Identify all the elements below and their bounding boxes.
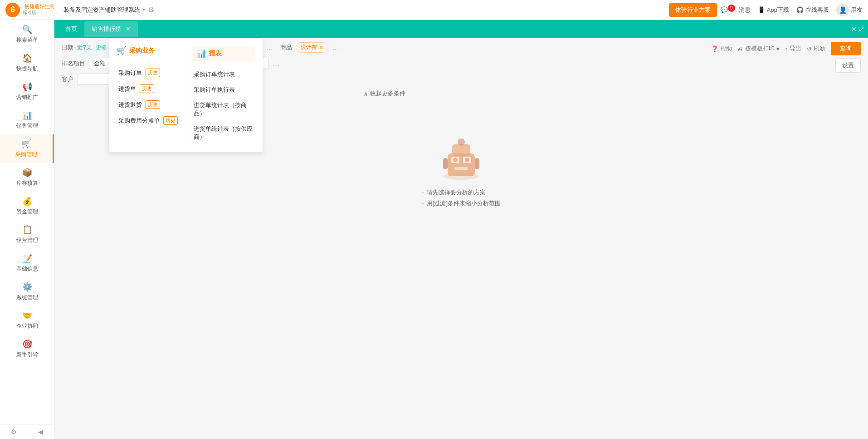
guide-icon: 🎯 (22, 339, 32, 349)
inventory-icon: 📦 (22, 168, 32, 178)
sidebar-label-guide: 新手引导 (16, 351, 38, 359)
notification-badge: 9 (728, 5, 735, 12)
sidebar-item-marketing[interactable]: 📢 营销推广 (0, 77, 54, 106)
dropdown-item-order-exec[interactable]: 采购订单执行表 (192, 82, 256, 98)
purchase-dropdown-overlay: 🛒 采购业务 采购订单 历史 进货单 历史 (109, 38, 263, 153)
help-btn[interactable]: ❓ 帮助 (711, 44, 732, 53)
dropdown-item-order-stats[interactable]: 采购订单统计表 (192, 67, 256, 82)
settings-button[interactable]: 设置 (835, 58, 861, 73)
empty-hints: 请先选择要分析的方案 用[过滤]条件来缩小分析范围 (422, 188, 501, 210)
dropdown-item-return[interactable]: 进货退货 历史 (117, 97, 180, 113)
empty-hint-1: 请先选择要分析的方案 (422, 188, 501, 197)
search-icon: 🔍 (22, 25, 32, 35)
logo-area: 6 畅捷通好生意 标准版 (5, 3, 60, 17)
sidebar-item-sales[interactable]: 📊 销售管理 (0, 106, 54, 134)
svg-rect-5 (443, 158, 448, 169)
print-dropdown-icon[interactable]: ▾ (776, 45, 780, 52)
goods-tag-close-icon[interactable]: ✕ (319, 44, 323, 51)
sidebar: 🔍 搜索菜单 🏠 快捷导航 📢 营销推广 📊 销售管理 🛒 采购管理 📦 (0, 20, 54, 439)
finance-icon: 💰 (22, 196, 32, 206)
collapse-chevron-icon: ∧ (364, 90, 368, 97)
content-area: 首页 销售排行榜 ✕ ✕ ⤢ (54, 20, 868, 439)
sidebar-label-cooperation: 企业协同 (16, 322, 38, 330)
user-item[interactable]: 👤 用友 (836, 4, 863, 16)
print-label: 按模板打印 (745, 44, 775, 53)
online-service-item[interactable]: 🎧 在线客服 (796, 6, 829, 14)
svg-rect-1 (448, 153, 475, 176)
date-more[interactable]: 更多 (96, 44, 107, 52)
notification-item[interactable]: 💬 9 消息 (721, 6, 751, 14)
incoming-label: 进货单 (118, 85, 136, 93)
empty-svg (434, 128, 488, 183)
purchase-section-icon: 🛒 (117, 46, 127, 56)
print-btn[interactable]: 🖨 按模板打印 ▾ (737, 44, 780, 53)
dropdown-item-incoming[interactable]: 进货单 历史 (117, 81, 180, 97)
history-badge-return[interactable]: 历史 (146, 100, 160, 109)
reports-section: 📊 报表 采购订单统计表 采购订单执行表 进货单统 (192, 46, 256, 145)
sales-icon: 📊 (22, 110, 32, 120)
export-label: 导出 (790, 44, 801, 53)
refresh-icon: ↺ (807, 45, 812, 52)
notification-label: 消息 (739, 6, 751, 14)
order-status-dots[interactable]: … (266, 44, 273, 52)
history-badge-purchase-order[interactable]: 历史 (146, 69, 160, 77)
sidebar-item-finance[interactable]: 💰 资金管理 (0, 192, 54, 220)
sidebar-label-purchase: 采购管理 (15, 151, 37, 158)
dropdown-item-incoming-stats-supplier[interactable]: 进货单统计表（按供应商） (192, 121, 256, 145)
sidebar-item-guide[interactable]: 🎯 新手引导 (0, 335, 54, 363)
svg-point-7 (453, 158, 458, 162)
sidebar-item-inventory[interactable]: 📦 库存核算 (0, 163, 54, 192)
sidebar-item-operations[interactable]: 📋 经营管理 (0, 220, 54, 249)
empty-hint-2: 用[过滤]条件来缩小分析范围 (422, 199, 501, 207)
settings-bottom-icon[interactable]: ⚙ (11, 428, 17, 435)
tab-maximize-icon[interactable]: ⤢ (858, 25, 864, 34)
print-icon: 🖨 (737, 45, 743, 52)
history-badge-expense[interactable]: 历史 (163, 116, 178, 125)
collapse-sidebar-icon[interactable]: ◀ (38, 428, 43, 435)
goods-tag-label: 设计费 (301, 44, 317, 51)
system-title-area: 装备及固定资产辅助管理系统 ▾ ⚙ (63, 5, 665, 14)
sidebar-label-sales: 销售管理 (16, 122, 38, 130)
tab-close-icon[interactable]: ✕ (126, 25, 131, 32)
export-btn[interactable]: ↑ 导出 (785, 44, 802, 53)
rank-label: 排名项目 (62, 59, 85, 68)
refresh-btn[interactable]: ↺ 刷新 (807, 44, 825, 53)
customer-label: 客户 (62, 75, 73, 84)
empty-illustration (434, 128, 488, 183)
dropdown-item-expense[interactable]: 采购费用分摊单 历史 (117, 113, 180, 128)
query-button[interactable]: 查询 (831, 42, 861, 55)
gear-icon[interactable]: ⚙ (148, 5, 154, 14)
tab-close-window-icon[interactable]: ✕ (851, 25, 857, 34)
system-dropdown-arrow[interactable]: ▾ (143, 7, 145, 12)
dropdown-sections: 🛒 采购业务 采购订单 历史 进货单 历史 (117, 46, 255, 145)
sidebar-item-system[interactable]: ⚙️ 系统管理 (0, 277, 54, 306)
salesperson-dots[interactable]: … (273, 59, 280, 68)
phone-icon: 📱 (758, 6, 765, 13)
sidebar-item-purchase[interactable]: 🛒 采购管理 (0, 134, 54, 163)
sidebar-item-quick-nav[interactable]: 🏠 快捷导航 (0, 49, 54, 77)
sidebar-item-search[interactable]: 🔍 搜索菜单 (0, 20, 54, 49)
headset-icon: 🎧 (796, 6, 804, 13)
tab-home[interactable]: 首页 (58, 21, 84, 37)
industry-button[interactable]: 体验行业方案 (669, 3, 717, 17)
goods-dots[interactable]: … (332, 44, 339, 52)
history-badge-incoming[interactable]: 历史 (140, 84, 154, 93)
svg-point-8 (465, 158, 469, 162)
hint2-text: 用[过滤]条件来缩小分析范围 (427, 199, 501, 207)
sidebar-item-basic-info[interactable]: 📝 基础信息 (0, 249, 54, 277)
incoming-stats-supplier-label: 进货单统计表（按供应商） (194, 125, 254, 141)
tab-sales-rank-label: 销售排行榜 (92, 25, 121, 32)
collapse-label: 收起更多条件 (370, 89, 405, 98)
dropdown-item-purchase-order[interactable]: 采购订单 历史 (117, 65, 180, 81)
operations-icon: 📋 (22, 225, 32, 235)
system-icon: ⚙️ (22, 282, 32, 292)
date-7days[interactable]: 近7天 (77, 44, 92, 52)
app-download-item[interactable]: 📱 App下载 (758, 6, 789, 14)
order-exec-label: 采购订单执行表 (194, 86, 235, 94)
tab-sales-rank[interactable]: 销售排行榜 ✕ (84, 21, 138, 37)
sidebar-label-basic-info: 基础信息 (16, 265, 38, 273)
sidebar-item-cooperation[interactable]: 🤝 企业协同 (0, 306, 54, 335)
dropdown-item-incoming-stats-goods[interactable]: 进货单统计表（按商品） (192, 98, 256, 121)
sidebar-label-inventory: 库存核算 (16, 179, 38, 187)
collapse-conditions-btn[interactable]: ∧ 收起更多条件 (364, 89, 405, 98)
